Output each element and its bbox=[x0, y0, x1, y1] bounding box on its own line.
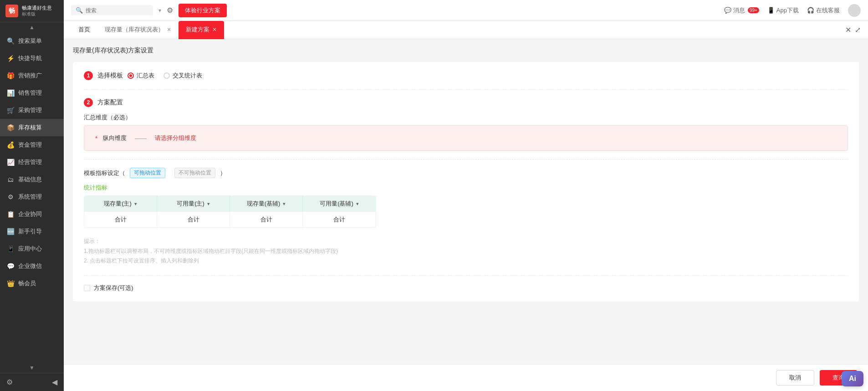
dimension-placeholder[interactable]: 请选择分组维度 bbox=[155, 134, 196, 142]
tab-inventory-close-icon[interactable]: ✕ bbox=[167, 26, 171, 33]
sidebar-item-inventory[interactable]: 📦 库存核算 bbox=[0, 119, 64, 136]
guide-icon: 🆕 bbox=[6, 227, 15, 236]
col-chevron-1[interactable]: ▾ bbox=[207, 201, 210, 207]
tab-new-plan-close-icon[interactable]: ✕ bbox=[212, 26, 217, 33]
col-label-2: 现存量(基辅) bbox=[247, 200, 281, 208]
step2-title: 方案配置 bbox=[97, 98, 123, 107]
step1-number: 1 bbox=[84, 71, 93, 80]
sidebar-item-member[interactable]: 👑 畅会员 bbox=[0, 275, 64, 292]
tip-1: 1.拖动标题栏可以调整布局，不可跨维度或指标区域拖动栏目字段(只能在同一维度或指… bbox=[84, 247, 848, 257]
footer: 取消 查询 bbox=[64, 364, 868, 391]
cancel-button[interactable]: 取消 bbox=[776, 370, 814, 386]
sidebar-item-label: 销售管理 bbox=[18, 89, 42, 97]
sidebar-collapse-icon[interactable]: ◀ bbox=[52, 378, 57, 386]
cell-3: 合计 bbox=[303, 211, 376, 227]
step1-section: 1 选择模板 汇总表 交叉统计表 bbox=[84, 71, 848, 80]
inventory-icon: 📦 bbox=[6, 123, 15, 132]
sidebar-item-wechat[interactable]: 💬 企业微信 bbox=[0, 257, 64, 275]
sidebar-item-search[interactable]: 🔍 搜索菜单 bbox=[0, 32, 64, 50]
sidebar-item-label: 应用中心 bbox=[18, 245, 42, 253]
topbar-search-box[interactable]: 🔍 bbox=[71, 5, 153, 15]
indicator-setting: 模板指标设定（ 可拖动位置 不可拖动位置 ） bbox=[84, 168, 848, 178]
tab-close-all-icon[interactable]: ✕ bbox=[845, 26, 851, 34]
topbar-chevron-icon[interactable]: ▾ bbox=[158, 7, 161, 14]
logo-text: 畅康通好生意 标准版 bbox=[22, 5, 52, 17]
industry-plan-button[interactable]: 体验行业方案 bbox=[179, 4, 227, 17]
online-service-item[interactable]: 🎧 在线客服 bbox=[807, 6, 840, 15]
app-download-item[interactable]: 📱 App下载 bbox=[767, 6, 799, 15]
sidebar-item-label: 企业微信 bbox=[18, 262, 42, 270]
sidebar-item-operation[interactable]: 📈 经营管理 bbox=[0, 154, 64, 171]
sidebar-item-finance[interactable]: 💰 资金管理 bbox=[0, 136, 64, 154]
page-title: 现存量(库存状况表)方案设置 bbox=[73, 46, 859, 55]
stat-section-label: 统计指标 bbox=[84, 184, 848, 192]
search-input[interactable] bbox=[86, 7, 140, 14]
sidebar-item-shortcut[interactable]: ⚡ 快捷导航 bbox=[0, 50, 64, 67]
radio-summary-circle[interactable] bbox=[128, 72, 134, 79]
radio-summary[interactable]: 汇总表 bbox=[128, 72, 154, 80]
tips-label: 提示： bbox=[84, 237, 848, 247]
sidebar-item-label: 采购管理 bbox=[18, 106, 42, 114]
vertical-dimension-label: 纵向维度 bbox=[103, 134, 127, 142]
step-separator bbox=[84, 89, 848, 90]
tab-home[interactable]: 首页 bbox=[71, 21, 97, 39]
purchase-icon: 🛒 bbox=[6, 106, 15, 114]
sidebar-item-label: 畅会员 bbox=[18, 279, 36, 288]
sidebar-item-marketing[interactable]: 🎁 营销推广 bbox=[0, 67, 64, 84]
sidebar-item-label: 搜索菜单 bbox=[18, 37, 42, 45]
headset-icon: 🎧 bbox=[807, 7, 814, 14]
draggable-tag: 可拖动位置 bbox=[130, 168, 165, 178]
topbar-settings-icon[interactable]: ⚙ bbox=[167, 6, 173, 15]
col-header-2[interactable]: 现存量(基辅) ▾ bbox=[230, 196, 303, 211]
sidebar: 畅 畅康通好生意 标准版 ▲ 🔍 搜索菜单 ⚡ 快捷导航 🎁 营销推广 📊 销售… bbox=[0, 0, 64, 391]
col-chevron-0[interactable]: ▾ bbox=[134, 201, 137, 207]
sidebar-item-contract[interactable]: 📋 企业协同 bbox=[0, 206, 64, 223]
sidebar-item-purchase[interactable]: 🛒 采购管理 bbox=[0, 102, 64, 119]
logo-area: 畅 畅康通好生意 标准版 bbox=[0, 0, 64, 22]
radio-summary-label: 汇总表 bbox=[137, 72, 154, 80]
wechat-icon: 💬 bbox=[6, 262, 15, 270]
topbar-left: 🔍 ▾ ⚙ 体验行业方案 bbox=[71, 4, 227, 17]
indicator-setting-suffix: ） bbox=[220, 169, 226, 177]
step2-number: 2 bbox=[84, 98, 93, 107]
sidebar-item-label: 资金管理 bbox=[18, 141, 42, 149]
col-header-0[interactable]: 现存量(主) ▾ bbox=[84, 196, 157, 211]
dimension-section: 汇总维度（必选） * 纵向维度 —— 请选择分组维度 bbox=[84, 113, 848, 151]
cell-1: 合计 bbox=[157, 211, 230, 227]
stat-table: 现存量(主) ▾ 可用量(主) ▾ 现存量(基辅) ▾ 可用量(基辅) bbox=[84, 196, 376, 228]
tab-inventory[interactable]: 现存量（库存状况表） ✕ bbox=[97, 21, 179, 39]
member-icon: 👑 bbox=[6, 279, 15, 288]
app-download-label: App下载 bbox=[776, 6, 799, 15]
tabs-right-controls: ✕ ⤢ bbox=[845, 26, 861, 34]
save-label: 方案保存(可选) bbox=[94, 284, 133, 292]
col-chevron-2[interactable]: ▾ bbox=[283, 201, 286, 207]
sidebar-item-guide[interactable]: 🆕 新手引导 bbox=[0, 223, 64, 240]
avatar[interactable] bbox=[848, 4, 861, 17]
save-checkbox[interactable] bbox=[84, 285, 90, 291]
settings-gear-icon[interactable]: ⚙ bbox=[6, 378, 13, 386]
contract-icon: 📋 bbox=[6, 210, 15, 218]
sidebar-item-label: 新手引导 bbox=[18, 227, 42, 236]
sidebar-item-system[interactable]: ⚙ 系统管理 bbox=[0, 188, 64, 206]
tab-expand-icon[interactable]: ⤢ bbox=[855, 26, 861, 34]
col-header-3[interactable]: 可用量(基辅) ▾ bbox=[303, 196, 376, 211]
sidebar-scroll-up[interactable]: ▲ bbox=[0, 22, 64, 32]
message-item[interactable]: 💬 消息 99+ bbox=[724, 6, 759, 15]
tab-new-plan[interactable]: 新建方案 ✕ bbox=[179, 21, 224, 39]
sidebar-item-label: 快捷导航 bbox=[18, 54, 42, 62]
topbar-right: 💬 消息 99+ 📱 App下载 🎧 在线客服 bbox=[724, 4, 861, 17]
sidebar-item-app[interactable]: 📱 应用中心 bbox=[0, 240, 64, 257]
logo-icon: 畅 bbox=[5, 5, 18, 17]
sidebar-scroll-down[interactable]: ▼ bbox=[0, 363, 64, 373]
ai-button[interactable]: Ai bbox=[842, 371, 863, 386]
col-chevron-3[interactable]: ▾ bbox=[356, 201, 359, 207]
col-header-1[interactable]: 可用量(主) ▾ bbox=[157, 196, 230, 211]
radio-cross-circle[interactable] bbox=[163, 72, 170, 79]
col-label-0: 现存量(主) bbox=[104, 200, 132, 208]
radio-cross[interactable]: 交叉统计表 bbox=[163, 72, 202, 80]
sidebar-item-basic[interactable]: 🗂 基础信息 bbox=[0, 171, 64, 188]
step2-header: 2 方案配置 bbox=[84, 98, 848, 107]
sidebar-item-label: 基础信息 bbox=[18, 175, 42, 184]
cell-2: 合计 bbox=[230, 211, 303, 227]
sidebar-item-sales[interactable]: 📊 销售管理 bbox=[0, 84, 64, 102]
